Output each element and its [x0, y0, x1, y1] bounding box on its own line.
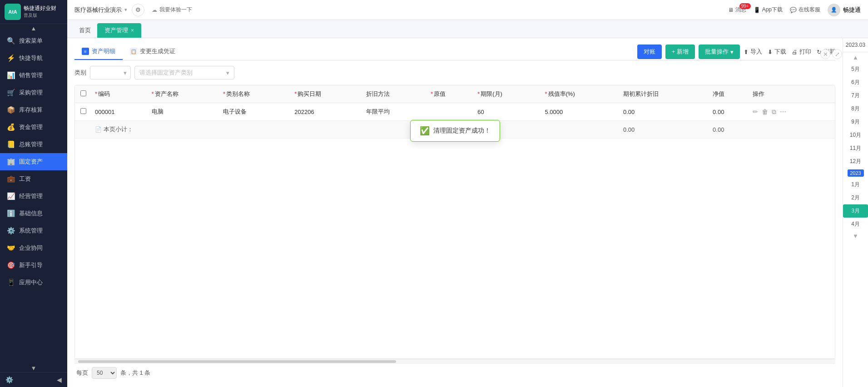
filter-category-input[interactable]: 请选择固定资产类别 ▾ — [134, 66, 234, 79]
download-button[interactable]: ⬇ 下载 — [768, 48, 786, 56]
sub-tabs: ≡ 资产明细 📋 变更生成凭证 对账 + 新增 批量操作 — [74, 44, 835, 60]
month-nov[interactable]: 11月 — [843, 142, 868, 155]
month-jul[interactable]: 7月 — [843, 89, 868, 102]
tab-asset-management[interactable]: 资产管理 × — [97, 23, 141, 38]
sidebar-nav: 🔍 搜索菜单 ⚡ 快捷导航 📊 销售管理 🛒 采购管理 📦 库存核算 💰 资金管… — [0, 32, 67, 364]
panel-scroll-up[interactable]: ▲ — [843, 52, 868, 63]
sub-tab-asset-detail[interactable]: ≡ 资产明细 — [74, 44, 123, 60]
sidebar-item-capital[interactable]: 💰 资金管理 — [0, 119, 67, 136]
import-label: 导入 — [750, 48, 762, 56]
year-badge: 2023 — [848, 169, 864, 177]
sidebar-item-system[interactable]: ⚙️ 系统管理 — [0, 222, 67, 239]
sidebar-item-purchase[interactable]: 🛒 采购管理 — [0, 84, 67, 101]
subtotal-initial: 0.00 — [620, 121, 709, 139]
per-page-select[interactable]: 50 10 20 100 — [92, 367, 117, 379]
sidebar-item-inventory[interactable]: 📦 库存核算 — [0, 101, 67, 119]
tab-home[interactable]: 首页 — [74, 23, 95, 38]
service-label: 在线客服 — [799, 6, 820, 14]
sub-tab-change-voucher-label: 变更生成凭证 — [140, 47, 175, 55]
print-label: 打印 — [799, 48, 811, 56]
table-header-row: *编码 *资产名称 *类别名称 *购买日期 折旧方法 *原值 *期限(月) *残… — [75, 85, 835, 103]
sub-tab-change-voucher[interactable]: 📋 变更生成凭证 — [123, 44, 183, 60]
sidebar-item-label: 采购管理 — [19, 89, 43, 97]
col-code: *编码 — [91, 85, 148, 103]
edit-icon[interactable]: ✏ — [753, 108, 758, 116]
right-panel-year-header[interactable]: 2023.03 — [843, 38, 868, 52]
service-icon: 💬 — [790, 7, 797, 13]
sidebar-item-search[interactable]: 🔍 搜索菜单 — [0, 32, 67, 50]
month-mar-current[interactable]: 3月 — [843, 204, 868, 218]
app-edition: 普及版 — [24, 12, 56, 19]
sidebar-scroll-down[interactable]: ▼ — [0, 364, 67, 372]
month-oct[interactable]: 10月 — [843, 129, 868, 142]
sales-icon: 📊 — [6, 71, 15, 79]
sidebar-item-app-center[interactable]: 📱 应用中心 — [0, 274, 67, 291]
month-feb[interactable]: 2月 — [843, 191, 868, 204]
print-button[interactable]: 🖨 打印 — [792, 48, 811, 56]
month-jan[interactable]: 1月 — [843, 178, 868, 191]
sidebar-item-label: 总账管理 — [19, 140, 43, 149]
cell-code: 000001 — [91, 103, 148, 121]
right-panel-close-button[interactable]: ✕ — [820, 49, 830, 59]
month-aug[interactable]: 8月 — [843, 102, 868, 115]
subtotal-label: 本页小计： — [104, 126, 133, 133]
sidebar-item-operations[interactable]: 📈 经营管理 — [0, 188, 67, 205]
action-icons: ✏ 🗑 ⧉ ⋯ — [753, 108, 831, 116]
sidebar-item-ledger[interactable]: 📒 总账管理 — [0, 136, 67, 153]
sidebar-scroll-up[interactable]: ▲ — [0, 24, 67, 32]
col-depreciation-method: 折旧方法 — [362, 85, 427, 103]
sidebar-item-cooperation[interactable]: 🤝 企业协同 — [0, 239, 67, 257]
experience-button[interactable]: ☁ 我要体验一下 — [152, 6, 192, 14]
sidebar-item-fixed-assets[interactable]: 🏢 固定资产 — [0, 153, 67, 170]
app-download-button[interactable]: 📱 App下载 — [754, 6, 783, 14]
month-may[interactable]: 5月 — [843, 63, 868, 76]
more-icon[interactable]: ⋯ — [780, 108, 786, 116]
filter-input-arrow[interactable]: ▾ — [226, 69, 229, 76]
col-name: *资产名称 — [148, 85, 219, 103]
settings-icon[interactable]: ⚙️ — [5, 376, 13, 383]
batch-ops-button[interactable]: 批量操作 ▾ — [699, 45, 740, 59]
tab-close-icon[interactable]: × — [131, 27, 134, 34]
sidebar-item-guide[interactable]: 🎯 新手引导 — [0, 257, 67, 274]
filter-category-select[interactable]: ▾ — [90, 66, 131, 79]
company-settings-button[interactable]: ⚙ — [132, 4, 144, 16]
online-service-button[interactable]: 💬 在线客服 — [790, 6, 820, 14]
sidebar-item-quick-nav[interactable]: ⚡ 快捷导航 — [0, 50, 67, 67]
col-action: 操作 — [749, 85, 835, 103]
app-download-label: App下载 — [762, 6, 783, 14]
delete-icon[interactable]: 🗑 — [762, 108, 768, 116]
copy-icon[interactable]: ⧉ — [772, 108, 776, 116]
content-main: ≡ 资产明细 📋 变更生成凭证 对账 + 新增 批量操作 — [67, 38, 843, 387]
batch-ops-label: 批量操作 — [705, 48, 729, 56]
sidebar-item-sales[interactable]: 📊 销售管理 — [0, 67, 67, 84]
right-panel-expand-button[interactable]: ⤢ — [832, 49, 842, 59]
col-category: *类别名称 — [219, 85, 291, 103]
duizhang-button[interactable]: 对账 — [637, 45, 662, 59]
cell-residual-rate: 5.0000 — [541, 103, 620, 121]
select-all-checkbox[interactable] — [80, 90, 86, 96]
collapse-icon[interactable]: ◀ — [57, 376, 62, 383]
month-jun[interactable]: 6月 — [843, 76, 868, 89]
payroll-icon: 💼 — [6, 175, 15, 183]
month-dec[interactable]: 12月 — [843, 155, 868, 168]
sidebar-bottom: ⚙️ ◀ — [0, 372, 67, 387]
import-button[interactable]: ⬆ 导入 — [744, 48, 762, 56]
batch-ops-arrow: ▾ — [730, 49, 734, 55]
sidebar-item-payroll[interactable]: 💼 工资 — [0, 170, 67, 188]
sidebar: AtA 畅捷通好业财 普及版 ▲ 🔍 搜索菜单 ⚡ 快捷导航 📊 销售管理 🛒 … — [0, 0, 67, 387]
company-selector[interactable]: 医疗器械行业演示 ▾ — [74, 6, 127, 14]
tab-bar: 首页 资产管理 × — [67, 20, 868, 38]
message-button[interactable]: 🖥 消息 99+ — [728, 6, 746, 14]
scrollbar-thumb[interactable] — [78, 360, 396, 363]
sidebar-item-basic-info[interactable]: ℹ️ 基础信息 — [0, 205, 67, 222]
table-scrollbar[interactable] — [74, 359, 835, 363]
user-menu[interactable]: 👤 畅捷通 — [828, 4, 861, 16]
sidebar-item-label: 快捷导航 — [19, 54, 43, 62]
month-apr[interactable]: 4月 — [843, 218, 868, 231]
download-icon: ⬇ — [768, 49, 773, 55]
row-checkbox[interactable] — [80, 108, 86, 114]
new-button[interactable]: + 新增 — [665, 45, 695, 59]
panel-scroll-down[interactable]: ▼ — [843, 231, 868, 241]
month-sep[interactable]: 9月 — [843, 115, 868, 129]
sidebar-item-label: 企业协同 — [19, 244, 43, 252]
